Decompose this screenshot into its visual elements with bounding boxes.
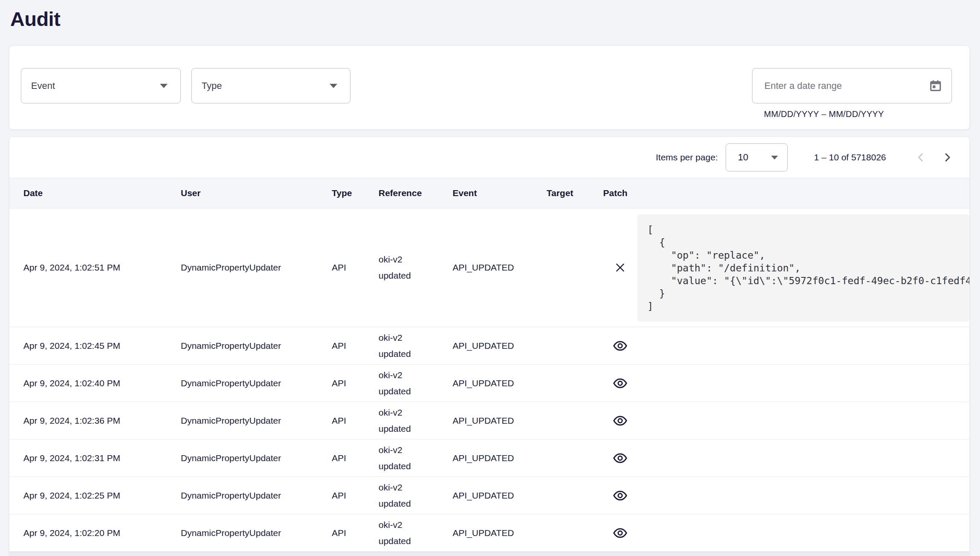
chevron-right-icon bbox=[941, 151, 954, 164]
date-range-field[interactable] bbox=[752, 68, 952, 103]
cell-event: API_UPDATED bbox=[453, 415, 547, 427]
cell-reference: oki-v2 updated bbox=[379, 517, 453, 549]
page-size-value: 10 bbox=[738, 152, 748, 163]
cell-type: API bbox=[332, 340, 379, 352]
cell-type: API bbox=[332, 415, 379, 427]
cell-type: API bbox=[332, 490, 379, 502]
view-patch-button[interactable] bbox=[610, 485, 630, 506]
table-row: Apr 9, 2024, 1:02:31 PM DynamicPropertyU… bbox=[9, 439, 969, 477]
cell-type: API bbox=[332, 527, 379, 539]
eye-icon bbox=[613, 488, 627, 503]
paginator: Items per page: 10 1 – 10 of 5718026 bbox=[9, 137, 969, 178]
cell-date: Apr 9, 2024, 1:02:25 PM bbox=[23, 490, 181, 502]
cell-user: DynamicPropertyUpdater bbox=[181, 377, 332, 389]
cell-reference: oki-v2 updated bbox=[379, 330, 453, 362]
cell-date: Apr 9, 2024, 1:02:45 PM bbox=[23, 340, 181, 352]
cell-reference: oki-v2 updated bbox=[379, 251, 453, 284]
cell-reference: oki-v2 updated bbox=[379, 405, 453, 437]
patch-json-block: [ { "op": "replace", "path": "/definitio… bbox=[637, 214, 969, 322]
event-filter-label: Event bbox=[31, 80, 55, 91]
view-patch-button[interactable] bbox=[610, 411, 630, 431]
cell-event: API_UPDATED bbox=[453, 452, 547, 464]
next-page-button[interactable] bbox=[937, 147, 957, 168]
cell-reference: oki-v2 updated bbox=[379, 479, 453, 512]
view-patch-button[interactable] bbox=[610, 448, 630, 468]
eye-icon bbox=[613, 413, 627, 428]
column-header-reference: Reference bbox=[379, 188, 453, 198]
type-filter-label: Type bbox=[202, 80, 222, 91]
cell-user: DynamicPropertyUpdater bbox=[181, 340, 332, 352]
cell-event: API_UPDATED bbox=[453, 262, 547, 274]
chevron-left-icon bbox=[914, 151, 927, 164]
patch-json-content: [ { "op": "replace", "path": "/definitio… bbox=[647, 223, 969, 313]
cell-event: API_UPDATED bbox=[453, 490, 547, 502]
items-per-page-label: Items per page: bbox=[656, 152, 718, 163]
table-row: Apr 9, 2024, 1:02:25 PM DynamicPropertyU… bbox=[9, 477, 969, 514]
table-header-row: Date User Type Reference Event Target Pa… bbox=[9, 178, 969, 208]
x-icon bbox=[614, 261, 627, 274]
cell-user: DynamicPropertyUpdater bbox=[181, 490, 332, 502]
column-header-patch: Patch bbox=[603, 188, 637, 198]
caret-down-icon bbox=[330, 84, 337, 88]
eye-icon bbox=[613, 451, 627, 465]
page-title: Audit bbox=[10, 6, 980, 32]
previous-page-button[interactable] bbox=[911, 147, 931, 168]
column-header-user: User bbox=[181, 188, 332, 198]
cell-user: DynamicPropertyUpdater bbox=[181, 527, 332, 539]
eye-icon bbox=[613, 526, 627, 540]
eye-icon bbox=[613, 376, 627, 391]
column-header-type: Type bbox=[332, 188, 379, 198]
cell-type: API bbox=[332, 377, 379, 389]
cell-date: Apr 9, 2024, 1:02:51 PM bbox=[23, 262, 181, 274]
date-range-group: MM/DD/YYYY – MM/DD/YYYY bbox=[752, 68, 952, 119]
caret-down-icon bbox=[160, 84, 168, 88]
cell-user: DynamicPropertyUpdater bbox=[181, 415, 332, 427]
horizontal-scrollbar-track[interactable] bbox=[9, 552, 969, 556]
cell-date: Apr 9, 2024, 1:02:31 PM bbox=[23, 452, 181, 464]
cell-user: DynamicPropertyUpdater bbox=[181, 452, 332, 464]
column-header-event: Event bbox=[453, 188, 547, 198]
cell-event: API_UPDATED bbox=[453, 527, 547, 539]
filter-bar: Event Type MM/DD/YYYY – MM/DD/YYYY bbox=[9, 46, 969, 129]
view-patch-button[interactable] bbox=[610, 523, 630, 543]
cell-event: API_UPDATED bbox=[453, 377, 547, 389]
cell-reference: oki-v2 updated bbox=[379, 442, 453, 474]
cell-date: Apr 9, 2024, 1:02:40 PM bbox=[23, 377, 181, 389]
cell-date: Apr 9, 2024, 1:02:36 PM bbox=[23, 415, 181, 427]
cell-type: API bbox=[332, 452, 379, 464]
eye-icon bbox=[613, 339, 627, 353]
close-patch-button[interactable] bbox=[610, 257, 630, 278]
view-patch-button[interactable] bbox=[610, 336, 630, 356]
date-range-input[interactable] bbox=[764, 80, 924, 91]
date-range-hint: MM/DD/YYYY – MM/DD/YYYY bbox=[752, 109, 952, 119]
event-filter-select[interactable]: Event bbox=[21, 68, 181, 103]
table-row: Apr 9, 2024, 1:02:20 PM DynamicPropertyU… bbox=[9, 514, 969, 552]
view-patch-button[interactable] bbox=[610, 373, 630, 393]
cell-event: API_UPDATED bbox=[453, 340, 547, 352]
table-row: Apr 9, 2024, 1:02:45 PM DynamicPropertyU… bbox=[9, 327, 969, 365]
audit-table-card: Items per page: 10 1 – 10 of 5718026 Dat… bbox=[9, 137, 969, 556]
cell-type: API bbox=[332, 262, 379, 274]
type-filter-select[interactable]: Type bbox=[191, 68, 350, 103]
cell-date: Apr 9, 2024, 1:02:20 PM bbox=[23, 527, 181, 539]
table-row: Apr 9, 2024, 1:02:40 PM DynamicPropertyU… bbox=[9, 365, 969, 402]
table-row: Apr 9, 2024, 1:02:36 PM DynamicPropertyU… bbox=[9, 402, 969, 439]
cell-reference: oki-v2 updated bbox=[379, 367, 453, 399]
calendar-icon bbox=[929, 79, 942, 92]
page-size-select[interactable]: 10 bbox=[726, 143, 788, 171]
column-header-date: Date bbox=[23, 188, 181, 198]
paginator-range-label: 1 – 10 of 5718026 bbox=[814, 152, 886, 163]
datepicker-toggle-button[interactable] bbox=[929, 79, 942, 92]
column-header-target: Target bbox=[547, 188, 603, 198]
table-row: Apr 9, 2024, 1:02:51 PM DynamicPropertyU… bbox=[9, 208, 969, 327]
cell-user: DynamicPropertyUpdater bbox=[181, 262, 332, 274]
caret-down-icon bbox=[771, 156, 778, 160]
